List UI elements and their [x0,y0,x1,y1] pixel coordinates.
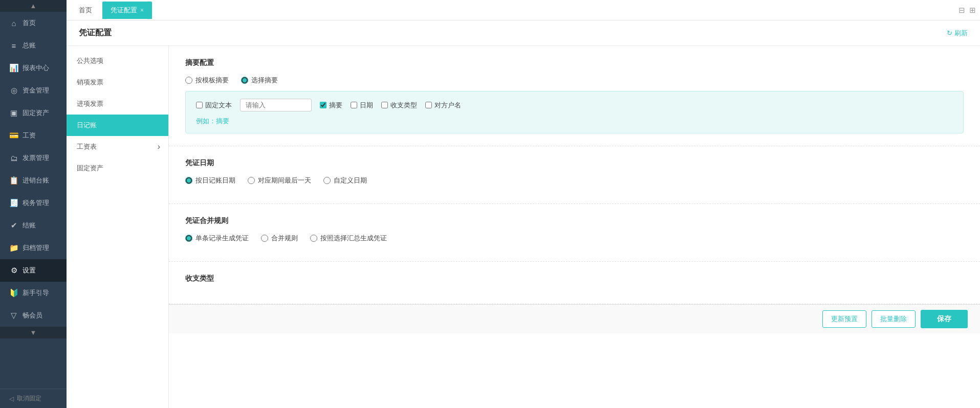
sidebar-item-assets[interactable]: ▣ 固定资产 [0,102,67,124]
tab-bar: 首页 凭证配置 × ⊟ ⊞ [67,0,980,20]
nav-salary-table[interactable]: 工资表 [67,136,168,157]
income-section: 收支类型 [169,262,980,304]
radio-single-record[interactable]: 单条记录生成凭证 [185,234,249,243]
sidebar-item-funds[interactable]: ◎ 资金管理 [0,79,67,102]
unpin-button[interactable]: ◁ 取消固定 [0,389,67,408]
radio-template-summary[interactable]: 按模板摘要 [185,76,229,85]
ledger-icon: ≡ [9,41,18,50]
tab-home[interactable]: 首页 [71,2,100,19]
checkbox-date[interactable]: 日期 [351,101,373,110]
summary-options-box: 固定文本 摘要 日期 [185,91,964,133]
sidebar-item-member[interactable]: ▽ 畅会员 [0,304,67,327]
sidebar: ▲ ⌂ 首页 ≡ 总账 📊 报表中心 ◎ 资金管理 ▣ 固定资产 💳 工资 🗂 … [0,0,67,408]
main-area: 首页 凭证配置 × ⊟ ⊞ 凭证配置 ↻ 刷新 公共选项 [67,0,980,408]
invoice-icon: 🗂 [9,154,18,163]
sidebar-item-ledger[interactable]: ≡ 总账 [0,34,67,57]
tab-actions: ⊟ ⊞ [959,6,976,15]
window-restore-icon[interactable]: ⊞ [969,6,976,15]
nav-purchase-invoice[interactable]: 进项发票 [67,93,168,115]
nav-public[interactable]: 公共选项 [67,50,168,72]
radio-merge-rule[interactable]: 合并规则 [261,234,298,243]
save-button[interactable]: 保存 [921,310,968,328]
sidebar-item-settings[interactable]: ⚙ 设置 [0,259,67,282]
member-icon: ▽ [9,311,18,320]
assets-icon: ▣ [9,108,18,118]
salary-icon: 💳 [9,131,18,140]
sidebar-item-report[interactable]: 📊 报表中心 [0,57,67,79]
guide-icon: 🔰 [9,288,18,298]
left-nav: 公共选项 销项发票 进项发票 日记账 工资表 固定资产 [67,46,169,408]
radio-select-merge[interactable]: 按照选择汇总生成凭证 [310,234,387,243]
summary-mode-group: 按模板摘要 选择摘要 [185,76,964,85]
sidebar-item-purchase[interactable]: 📋 进销台账 [0,169,67,192]
date-options-group: 按日记账日期 对应期间最后一天 自定义日期 [185,176,964,185]
settings-icon: ⚙ [9,266,18,275]
archive-icon: 📁 [9,243,18,253]
radio-custom-date[interactable]: 自定义日期 [323,176,367,185]
settle-icon: ✔ [9,221,18,230]
report-icon: 📊 [9,63,18,73]
radio-journal-date[interactable]: 按日记账日期 [185,176,235,185]
sidebar-item-invoice[interactable]: 🗂 发票管理 [0,147,67,169]
date-title: 凭证日期 [185,158,964,168]
tax-icon: 🧾 [9,198,18,208]
merge-section: 凭证合并规则 单条记录生成凭证 合并规则 按照选择汇总生成凭证 [169,204,980,262]
summary-section: 摘要配置 按模板摘要 选择摘要 [169,46,980,146]
funds-icon: ◎ [9,86,18,95]
merge-options-group: 单条记录生成凭证 合并规则 按照选择汇总生成凭证 [185,234,964,243]
radio-select-summary[interactable]: 选择摘要 [241,76,278,85]
date-section: 凭证日期 按日记账日期 对应期间最后一天 自定义日期 [169,146,980,204]
sidebar-item-settle[interactable]: ✔ 结账 [0,214,67,237]
checkbox-fixed-text[interactable]: 固定文本 [196,101,232,110]
content-main: 公共选项 销项发票 进项发票 日记账 工资表 固定资产 [67,46,980,408]
right-content: 摘要配置 按模板摘要 选择摘要 [169,46,980,408]
sidebar-scroll-up[interactable]: ▲ [0,0,67,12]
radio-period-last[interactable]: 对应期间最后一天 [248,176,311,185]
pin-icon: ◁ [9,395,14,402]
tab-voucher-config[interactable]: 凭证配置 × [102,2,152,19]
update-preview-button[interactable]: 更新预置 [822,310,866,328]
bottom-action-bar: 更新预置 批量删除 保存 [169,304,980,333]
home-icon: ⌂ [9,19,18,28]
refresh-icon: ↻ [947,29,952,37]
nav-sales-invoice[interactable]: 销项发票 [67,72,168,93]
content-wrapper: 凭证配置 ↻ 刷新 公共选项 销项发票 进项发票 日记账 [67,20,980,408]
merge-title: 凭证合并规则 [185,216,964,225]
tab-close-icon[interactable]: × [140,7,144,13]
summary-preview: 例如：摘要 [196,117,953,126]
nav-journal[interactable]: 日记账 [67,115,168,136]
checkbox-pay-type[interactable]: 收支类型 [381,101,417,110]
page-header: 凭证配置 ↻ 刷新 [67,20,980,46]
fixed-text-input[interactable] [240,99,312,111]
sidebar-item-salary[interactable]: 💳 工资 [0,124,67,147]
window-minimize-icon[interactable]: ⊟ [959,6,965,15]
summary-checkboxes-row: 固定文本 摘要 日期 [196,99,953,111]
income-title: 收支类型 [185,274,964,283]
nav-fixed-assets[interactable]: 固定资产 [67,157,168,179]
checkbox-counterpart[interactable]: 对方户名 [425,101,461,110]
sidebar-item-home[interactable]: ⌂ 首页 [0,12,67,34]
sidebar-item-tax[interactable]: 🧾 税务管理 [0,192,67,214]
summary-title: 摘要配置 [185,58,964,67]
sidebar-item-guide[interactable]: 🔰 新手引导 [0,282,67,304]
checkbox-abstract[interactable]: 摘要 [320,101,342,110]
batch-delete-button[interactable]: 批量删除 [872,310,916,328]
refresh-button[interactable]: ↻ 刷新 [947,29,968,38]
purchase-icon: 📋 [9,176,18,185]
sidebar-item-archive[interactable]: 📁 归档管理 [0,237,67,259]
page-title: 凭证配置 [79,28,112,38]
sidebar-scroll-down[interactable]: ▼ [0,327,67,338]
